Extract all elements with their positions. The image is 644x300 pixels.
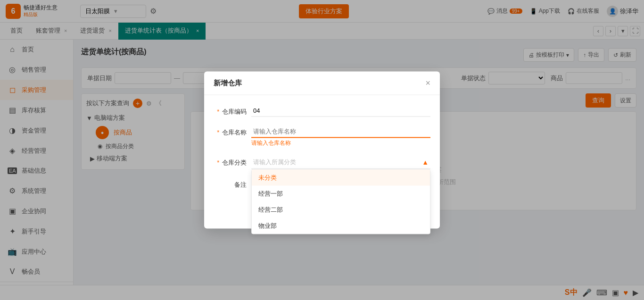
code-input[interactable] — [251, 105, 430, 117]
required-star: * — [217, 108, 219, 115]
name-control-wrap: 请输入仓库名称 — [251, 125, 430, 147]
modal-close-button[interactable]: × — [425, 78, 430, 88]
category-placeholder: 请输入所属分类 — [253, 158, 296, 167]
name-label: * 仓库名称 — [214, 125, 251, 137]
note-label: 备注 — [214, 178, 251, 189]
required-star3: * — [217, 159, 219, 166]
modal-body: * 仓库编码 * 仓库名称 请输入仓库名称 * 仓库分类 — [204, 95, 440, 190]
code-control-wrap — [251, 105, 430, 117]
category-dropdown: 未分类 经营一部 经营二部 物业部 — [251, 169, 430, 234]
dropdown-item-ops2[interactable]: 经营二部 — [252, 202, 430, 218]
required-star2: * — [217, 129, 219, 136]
code-label: * 仓库编码 — [214, 105, 251, 116]
name-error-msg: 请输入仓库名称 — [251, 139, 430, 147]
form-row-code: * 仓库编码 — [214, 105, 430, 117]
modal-header: 新增仓库 × — [204, 72, 440, 95]
category-label: * 仓库分类 — [214, 156, 251, 167]
category-select[interactable]: 请输入所属分类 ▲ — [251, 156, 430, 169]
name-input[interactable] — [251, 125, 430, 138]
dropdown-item-property[interactable]: 物业部 — [252, 218, 430, 234]
add-warehouse-modal: 新增仓库 × * 仓库编码 * 仓库名称 请输入仓库名称 — [204, 72, 440, 229]
category-control-wrap: 请输入所属分类 ▲ 未分类 经营一部 经营二部 物业部 — [251, 156, 430, 169]
category-chevron-icon: ▲ — [422, 158, 429, 166]
modal-title: 新增仓库 — [214, 79, 242, 88]
form-row-name: * 仓库名称 请输入仓库名称 — [214, 125, 430, 147]
form-row-category: * 仓库分类 请输入所属分类 ▲ 未分类 经营一部 经营二部 — [214, 156, 430, 169]
dropdown-item-none[interactable]: 未分类 — [252, 170, 430, 186]
dropdown-item-ops1[interactable]: 经营一部 — [252, 186, 430, 202]
